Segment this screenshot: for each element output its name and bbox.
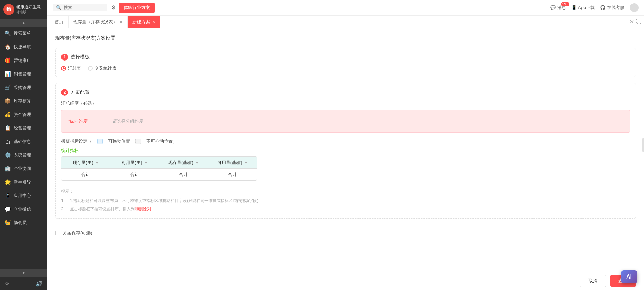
tip-2-num: 2. <box>61 205 68 213</box>
inventory-icon: 📦 <box>5 98 11 104</box>
sidebar-item-finance[interactable]: 💰 资金管理 <box>0 108 47 121</box>
sidebar-item-enterprise[interactable]: 🏢 企业协同 <box>0 162 47 175</box>
messages-count: 99+ <box>561 2 569 6</box>
radio-cross[interactable]: 交叉统计表 <box>88 65 117 71</box>
tab-new-plan[interactable]: 新建方案 ✕ <box>128 16 160 28</box>
section1-title: 选择模板 <box>71 54 90 60</box>
search-input[interactable] <box>64 5 104 10</box>
topbar-left: 🔍 ⚙ 体验行业方案 <box>53 3 155 13</box>
messages-btn[interactable]: 💬 消息 99+ <box>550 5 566 11</box>
dimension-label: 汇总维度（必选） <box>61 100 630 106</box>
sidebar-item-label: 资金管理 <box>14 112 31 118</box>
guide-icon: 🌟 <box>5 179 11 185</box>
sidebar-item-basic-info[interactable]: 🗂 基础信息 <box>0 135 47 148</box>
sidebar-item-search-menu[interactable]: 🔍 搜索菜单 <box>0 27 47 40</box>
radio-summary-dot <box>61 66 66 71</box>
sidebar-scroll-up[interactable]: ▲ <box>0 19 47 27</box>
tab-home-label: 首页 <box>55 19 64 25</box>
draggable-badge <box>97 139 103 144</box>
member-icon: 👑 <box>5 220 11 226</box>
stats-cell-0-1: 合计 <box>110 169 159 180</box>
sidebar-item-label: 企业微信 <box>14 206 31 212</box>
app-download-btn[interactable]: 📱 App下载 <box>571 5 595 11</box>
stats-col-3-dropdown[interactable]: ▼ <box>244 161 248 165</box>
stats-col-2-label: 现存量(基辅) <box>168 160 193 166</box>
section-template: 1 选择模板 汇总表 交叉统计表 <box>55 48 636 77</box>
main-area: 🔍 ⚙ 体验行业方案 💬 消息 99+ 📱 App下载 🎧 在线客服 <box>47 0 644 290</box>
tab-inventory-label: 现存量（库存状况表） <box>73 19 117 25</box>
tab-new-close-icon[interactable]: ✕ <box>152 20 155 24</box>
tab-home[interactable]: 首页 <box>50 16 69 28</box>
purchase-icon: 🛒 <box>5 84 11 91</box>
trial-btn[interactable]: 体验行业方案 <box>119 3 155 13</box>
headset-icon: 🎧 <box>600 5 605 10</box>
stats-table-row-0: 合计 合计 合计 合计 <box>61 169 257 180</box>
dimension-required-text: *纵向维度 <box>68 118 88 124</box>
wechat-icon: 💬 <box>5 206 11 212</box>
tab-minimize-icon[interactable]: ✕ <box>629 19 634 25</box>
stats-col-1-dropdown[interactable]: ▼ <box>144 161 148 165</box>
tab-inventory-close-icon[interactable]: ✕ <box>119 20 123 24</box>
customer-service-btn[interactable]: 🎧 在线客服 <box>600 5 624 11</box>
sidebar-item-wechat[interactable]: 💬 企业微信 <box>0 202 47 216</box>
section1-num: 1 <box>61 54 68 61</box>
sidebar-item-quick-nav[interactable]: 🏠 快捷导航 <box>0 40 47 54</box>
sidebar-nav: 🔍 搜索菜单 🏠 快捷导航 🎁 营销推广 📊 销售管理 🛒 采购管理 📦 库存核… <box>0 27 47 269</box>
ai-button[interactable]: Ai <box>621 270 637 283</box>
quick-nav-icon: 🏠 <box>5 44 11 50</box>
settings-icon[interactable]: ⚙ <box>5 280 9 287</box>
tab-expand-icon[interactable]: ⛶ <box>636 19 641 25</box>
search-box[interactable]: 🔍 <box>53 4 107 11</box>
tips: 提示： 1. 1.拖动标题栏可以调整布局，不可跨维度或指标区域拖动栏目字段(只能… <box>61 187 630 213</box>
sidebar-item-operation[interactable]: 📋 经营管理 <box>0 121 47 135</box>
sidebar-item-label: 营销推广 <box>14 57 31 64</box>
sidebar-scroll-down[interactable]: ▼ <box>0 269 47 276</box>
sidebar-item-purchase[interactable]: 🛒 采购管理 <box>0 81 47 94</box>
stats-col-2-dropdown[interactable]: ▼ <box>195 161 199 165</box>
save-checkbox[interactable] <box>55 231 60 235</box>
not-draggable-label: 不可拖动位置） <box>146 138 177 144</box>
sidebar-item-guide[interactable]: 🌟 新手引导 <box>0 175 47 189</box>
sidebar-item-system[interactable]: ⚙️ 系统管理 <box>0 148 47 162</box>
audio-icon[interactable]: 🔊 <box>36 280 43 287</box>
sidebar-item-inventory[interactable]: 📦 库存核算 <box>0 94 47 108</box>
sidebar-item-label: 快捷导航 <box>14 44 31 50</box>
sidebar-item-label: 销售管理 <box>14 71 31 77</box>
indicator-settings-label: 模板指标设定（ <box>61 138 92 144</box>
stats-col-0[interactable]: 现存量(主) ▼ <box>61 157 110 168</box>
page-title: 现存量(库存状况表)方案设置 <box>55 35 636 41</box>
resize-handle[interactable] <box>642 138 644 152</box>
save-option-label: 方案保存(可选) <box>63 230 92 236</box>
tip-2-link[interactable]: 和删除列 <box>135 207 151 211</box>
tip-1: 1. 1.拖动标题栏可以调整布局，不可跨维度或指标区域拖动栏目字段(只能在同一维… <box>61 197 630 205</box>
stats-col-1-label: 可用量(主) <box>122 160 142 166</box>
stats-col-0-label: 现存量(主) <box>73 160 93 166</box>
sidebar-item-marketing[interactable]: 🎁 营销推广 <box>0 54 47 67</box>
search-icon: 🔍 <box>56 5 61 10</box>
tip-2: 2. 点击标题栏下拉可设置排序、插入列和删除列 <box>61 205 630 213</box>
radio-summary[interactable]: 汇总表 <box>61 65 81 71</box>
sidebar-item-app-center[interactable]: 📱 应用中心 <box>0 189 47 202</box>
sidebar: 畅 畅康通好生意 标准版 ▲ 🔍 搜索菜单 🏠 快捷导航 🎁 营销推广 📊 销售… <box>0 0 47 290</box>
stats-col-2[interactable]: 现存量(基辅) ▼ <box>159 157 208 168</box>
finance-icon: 💰 <box>5 112 11 118</box>
user-avatar[interactable] <box>630 3 639 12</box>
message-icon: 💬 <box>550 5 556 10</box>
sidebar-item-label: 基础信息 <box>14 139 31 145</box>
section2-title: 方案配置 <box>71 89 90 95</box>
dimension-placeholder[interactable]: 请选择分组维度 <box>113 118 143 124</box>
stats-col-1[interactable]: 可用量(主) ▼ <box>110 157 159 168</box>
sidebar-item-label: 新手引导 <box>14 179 31 185</box>
sidebar-item-member[interactable]: 👑 畅会员 <box>0 216 47 229</box>
stats-cell-0-2: 合计 <box>159 169 208 180</box>
cancel-button[interactable]: 取消 <box>580 275 606 287</box>
stats-cell-0-3: 合计 <box>208 169 257 180</box>
stats-title: 统计指标 <box>61 148 630 154</box>
tab-new-label: 新建方案 <box>132 19 150 25</box>
stats-col-0-dropdown[interactable]: ▼ <box>95 161 99 165</box>
sidebar-item-sales[interactable]: 📊 销售管理 <box>0 67 47 81</box>
tip-2-text: 点击标题栏下拉可设置排序、插入列和删除列 <box>70 205 151 213</box>
tab-inventory-status[interactable]: 现存量（库存状况表） ✕ <box>69 16 128 28</box>
gear-icon[interactable]: ⚙ <box>111 4 116 11</box>
stats-col-3[interactable]: 可用量(基辅) ▼ <box>208 157 257 168</box>
